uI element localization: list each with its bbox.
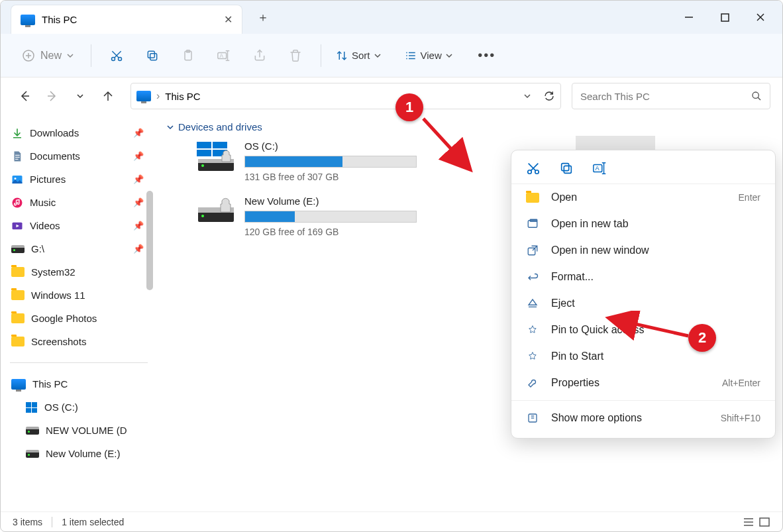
music-icon	[11, 197, 23, 209]
pictures-icon	[11, 174, 23, 186]
sidebar-item-g-drive[interactable]: G:\📌	[10, 237, 153, 260]
rename-button[interactable]: A	[209, 42, 238, 69]
sidebar-item-label: Downloads	[30, 127, 79, 138]
refresh-button[interactable]	[543, 90, 555, 102]
back-button[interactable]	[13, 84, 36, 108]
view-label: View	[421, 50, 442, 61]
copy-icon[interactable]	[559, 161, 574, 176]
ctx-properties[interactable]: PropertiesAlt+Enter	[511, 370, 775, 396]
svg-point-54	[201, 164, 204, 167]
ctx-label: Show more options	[551, 412, 642, 424]
drive-usage-bar	[244, 156, 417, 168]
cut-button[interactable]	[102, 42, 131, 69]
sidebar-item-label: Screenshots	[31, 336, 86, 347]
sidebar-item-label: Documents	[30, 150, 80, 162]
address-bar[interactable]: › This PC	[130, 83, 561, 109]
tree-this-pc[interactable]: This PC	[10, 372, 153, 396]
rename-icon[interactable]: A	[592, 161, 608, 176]
chevron-down-icon[interactable]	[523, 92, 531, 100]
sidebar-item-system32[interactable]: System32	[10, 260, 153, 284]
tree-item-label: NEW VOLUME (D	[46, 425, 127, 436]
paste-button[interactable]	[174, 42, 203, 69]
drive-name: OS (C:)	[244, 140, 417, 152]
minimize-button[interactable]	[674, 5, 704, 29]
active-tab[interactable]: This PC ✕	[11, 5, 242, 34]
svg-rect-37	[15, 156, 20, 157]
new-tab-button[interactable]: ＋	[257, 9, 269, 25]
annotation-2: 2	[688, 324, 716, 352]
view-icon	[405, 50, 417, 62]
close-tab-button[interactable]: ✕	[224, 13, 233, 26]
copy-button[interactable]	[138, 42, 167, 69]
tree-os-c[interactable]: OS (C:)	[10, 396, 153, 419]
sidebar-item-screenshots[interactable]: Screenshots	[10, 330, 153, 353]
tree-new-volume-e[interactable]: New Volume (E:)	[10, 442, 153, 465]
sidebar-item-label: System32	[31, 266, 76, 278]
view-button[interactable]: View	[401, 50, 456, 62]
drive-icon	[195, 195, 236, 229]
new-label: New	[40, 50, 62, 62]
delete-button[interactable]	[281, 42, 310, 69]
ctx-show-more[interactable]: Show more optionsShift+F10	[511, 405, 775, 431]
chevron-down-icon	[374, 52, 381, 59]
ctx-pin-start[interactable]: Pin to Start	[511, 343, 775, 370]
sidebar-item-pictures[interactable]: Pictures📌	[10, 168, 153, 191]
more-options-icon	[526, 412, 539, 424]
ctx-open-new-window[interactable]: Open in new window	[511, 237, 775, 264]
tree-item-label: New Volume (E:)	[46, 448, 121, 459]
separator	[91, 44, 91, 67]
sidebar-item-music[interactable]: Music📌	[10, 191, 153, 214]
format-icon	[526, 271, 539, 283]
sidebar-item-downloads[interactable]: Downloads📌	[10, 121, 153, 144]
ctx-shortcut: Alt+Enter	[722, 378, 760, 388]
sidebar-item-windows11[interactable]: Windows 11	[10, 284, 153, 307]
pin-icon: 📌	[133, 151, 144, 161]
ctx-open-new-tab[interactable]: Open in new tab	[511, 211, 775, 237]
tab-title: This PC	[42, 14, 217, 25]
close-window-button[interactable]	[745, 5, 776, 29]
share-button[interactable]	[245, 42, 274, 69]
ctx-format[interactable]: Format...	[511, 264, 775, 290]
tree-new-volume-d[interactable]: NEW VOLUME (D	[10, 419, 153, 442]
search-input[interactable]	[580, 91, 751, 102]
svg-line-79	[611, 319, 688, 336]
sidebar-item-label: Pictures	[30, 174, 66, 185]
sidebar-item-google-photos[interactable]: Google Photos	[10, 307, 153, 330]
sidebar-item-videos[interactable]: Videos📌	[10, 214, 153, 237]
ctx-shortcut: Shift+F10	[721, 413, 760, 423]
command-toolbar: New A Sort View •••	[1, 34, 782, 78]
scrollbar-thumb[interactable]	[146, 191, 153, 290]
icons-view-button[interactable]	[758, 517, 770, 527]
group-header-label: Devices and drives	[178, 121, 262, 133]
new-button[interactable]: New	[15, 45, 80, 66]
ctx-label: Format...	[551, 271, 594, 283]
search-box[interactable]	[572, 83, 770, 109]
new-tab-icon	[526, 218, 539, 230]
os-drive-icon	[26, 402, 38, 413]
sort-button[interactable]: Sort	[332, 50, 385, 62]
sidebar-item-documents[interactable]: Documents📌	[10, 144, 153, 168]
cut-icon[interactable]	[526, 161, 541, 176]
recent-locations-button[interactable]	[68, 84, 92, 108]
ctx-label: Properties	[551, 377, 600, 389]
sidebar-item-label: G:\	[31, 243, 44, 254]
more-button[interactable]: •••	[472, 42, 501, 69]
svg-rect-12	[148, 51, 154, 58]
sidebar-item-label: Windows 11	[31, 290, 85, 301]
svg-rect-46	[26, 408, 31, 413]
svg-text:A: A	[220, 52, 224, 58]
pin-icon: 📌	[133, 244, 144, 254]
context-menu: A OpenEnter Open in new tab Open in new …	[511, 150, 776, 439]
up-button[interactable]	[96, 84, 120, 108]
breadcrumb[interactable]: This PC	[165, 91, 518, 102]
forward-button[interactable]	[40, 84, 64, 108]
details-view-button[interactable]	[743, 517, 755, 527]
tree-item-label: This PC	[32, 378, 68, 390]
sidebar-item-label: Videos	[30, 220, 60, 231]
ctx-open[interactable]: OpenEnter	[511, 184, 775, 211]
drive-usage-bar	[244, 211, 417, 223]
ctx-label: Pin to Start	[551, 350, 603, 362]
status-item-count: 3 items	[13, 517, 42, 527]
svg-point-32	[753, 92, 758, 98]
maximize-button[interactable]	[709, 5, 740, 29]
